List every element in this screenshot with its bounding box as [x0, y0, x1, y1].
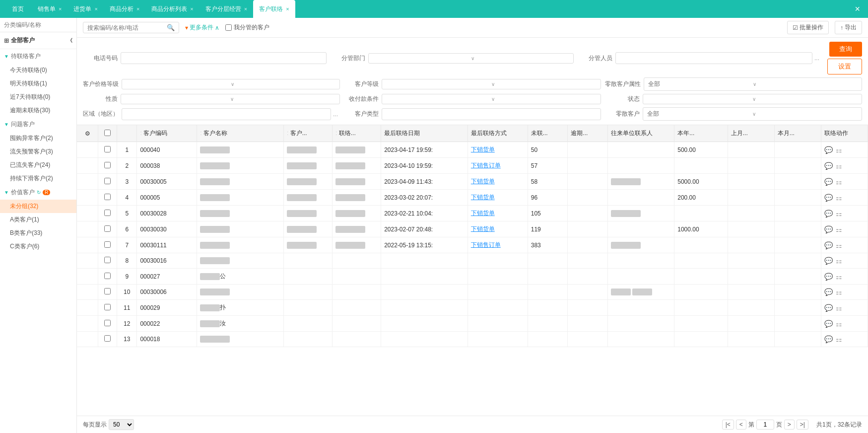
apps-icon[interactable]: ⚏ [836, 210, 842, 217]
refresh-icon[interactable]: ↻ [37, 190, 41, 195]
chat-icon[interactable]: 💬 [824, 304, 833, 312]
tab-product-analysis[interactable]: 商品分析 × [104, 0, 145, 18]
th-type[interactable]: : 客户... [283, 125, 332, 142]
sidebar-group-problem-title[interactable]: ▼ 问题客户 [0, 117, 76, 132]
filter-customer-type-input[interactable] [382, 108, 601, 120]
sidebar-all-customers[interactable]: ⊞ 全部客户 《 [0, 32, 76, 49]
sidebar-item-class-b[interactable]: B类客户(33) [0, 226, 76, 240]
sidebar-item-overdue-pending[interactable]: 逾期未联络(30) [0, 104, 76, 117]
apps-icon[interactable]: ⚏ [836, 335, 842, 343]
first-page-button[interactable]: |< [722, 420, 734, 430]
filter-retail-attr-select[interactable]: 全部 ∨ [644, 77, 862, 91]
apps-icon[interactable]: ⚏ [836, 178, 842, 186]
filter-retail-customer-select[interactable]: 全部 ∨ [643, 107, 862, 121]
filter-nature-select[interactable]: ∨ [121, 94, 340, 104]
row-checkbox[interactable] [104, 320, 111, 326]
apps-icon[interactable]: ⚏ [836, 257, 842, 265]
sidebar-group-value-title[interactable]: ▼ 价值客户 ↻ R [0, 185, 76, 200]
prev-page-button[interactable]: < [736, 420, 746, 430]
th-name[interactable]: : 客户名称 [197, 125, 284, 142]
row-checkbox[interactable] [104, 210, 111, 216]
filter-customer-tier-select[interactable]: ∨ [382, 79, 601, 89]
last-contact-type-link[interactable]: 下销货单 [471, 225, 495, 232]
chat-icon[interactable]: 💬 [824, 273, 833, 281]
apps-icon[interactable]: ⚏ [836, 225, 842, 233]
chat-icon[interactable]: 💬 [824, 288, 833, 296]
row-checkbox[interactable] [104, 162, 111, 168]
chat-icon[interactable]: 💬 [824, 146, 833, 154]
chat-icon[interactable]: 💬 [824, 257, 833, 265]
per-page-select[interactable]: 50 100 [109, 419, 134, 430]
chat-icon[interactable]: 💬 [824, 162, 833, 170]
ellipsis-icon[interactable]: ... [331, 111, 340, 118]
sidebar-item-lost[interactable]: 已流失客户(24) [0, 158, 76, 172]
row-checkbox[interactable] [104, 241, 111, 248]
th-overdue[interactable]: 逾期... [568, 125, 608, 142]
page-input[interactable] [756, 420, 774, 430]
tab-product-analysis-list[interactable]: 商品分析列表 × [145, 0, 199, 18]
filter-manager-input[interactable] [615, 52, 812, 64]
row-checkbox[interactable] [104, 194, 111, 200]
apps-icon[interactable]: ⚏ [836, 241, 842, 249]
my-customers-checkbox[interactable] [225, 24, 232, 31]
tab-customer-contact-close[interactable]: × [286, 6, 289, 12]
row-checkbox[interactable] [104, 146, 111, 152]
row-checkbox[interactable] [104, 257, 111, 263]
next-page-button[interactable]: > [784, 420, 795, 430]
apps-icon[interactable]: ⚏ [836, 146, 842, 154]
chat-icon[interactable]: 💬 [824, 241, 833, 249]
sidebar-item-7day-pending[interactable]: 近7天待联络(0) [0, 90, 76, 104]
last-contact-type-link[interactable]: 下销货单 [471, 178, 495, 185]
sidebar-item-declining[interactable]: 持续下滑客户(2) [0, 172, 76, 185]
apps-icon[interactable]: ⚏ [836, 194, 842, 202]
th-last-contact-date[interactable]: 最后联络日期 [381, 125, 468, 142]
tab-customer-tier[interactable]: 客户分层经营 × [200, 0, 253, 18]
last-contact-type-link[interactable]: 下销售订单 [471, 241, 501, 248]
sidebar-collapse-icon[interactable]: 《 [67, 37, 72, 44]
chat-icon[interactable]: 💬 [824, 225, 833, 233]
tab-purchase-close[interactable]: × [94, 6, 97, 12]
tab-customer-tier-close[interactable]: × [244, 6, 247, 12]
filter-search-input[interactable] [87, 24, 167, 31]
th-settings[interactable]: ⚙ [77, 125, 98, 142]
th-last-contact-type[interactable]: 最后联络方式 [467, 125, 528, 142]
sidebar-group-pending-title[interactable]: ▼ 待联络客户 [0, 49, 76, 64]
filter-payment-select[interactable]: ∨ [382, 94, 601, 104]
chat-icon[interactable]: 💬 [824, 335, 833, 343]
export-button[interactable]: ↑ 导出 [835, 21, 862, 34]
tab-home[interactable]: 首页 [4, 0, 32, 18]
sidebar-item-tomorrow-pending[interactable]: 明天待联络(1) [0, 77, 76, 90]
apps-icon[interactable]: ⚏ [836, 273, 842, 281]
last-contact-type-link[interactable]: 下销货单 [471, 210, 495, 216]
tab-customer-contact[interactable]: 客户联络 × [253, 0, 295, 18]
filter-region-input[interactable] [122, 108, 331, 120]
chat-icon[interactable]: 💬 [824, 210, 833, 217]
tab-sales[interactable]: 销售单 × [32, 0, 67, 18]
sidebar-item-today-pending[interactable]: 今天待联络(0) [0, 64, 76, 77]
row-checkbox[interactable] [104, 225, 111, 232]
th-this-year[interactable]: 本年... [674, 125, 728, 142]
filter-dept-select[interactable]: ∨ [368, 53, 574, 64]
row-checkbox[interactable] [104, 288, 111, 294]
sidebar-item-abnormal[interactable]: 囤购异常客户(2) [0, 132, 76, 145]
sidebar-item-class-a[interactable]: A类客户(1) [0, 213, 76, 226]
filter-status-select[interactable]: ∨ [643, 94, 862, 104]
apps-icon[interactable]: ⚏ [836, 320, 842, 328]
th-last-month[interactable]: 上月... [728, 125, 774, 142]
th-contact[interactable]: : 联络... [333, 125, 381, 142]
th-this-month[interactable]: 本月... [774, 125, 821, 142]
tab-purchase[interactable]: 进货单 × [67, 0, 103, 18]
th-no-contact[interactable]: 未联... [528, 125, 568, 142]
row-checkbox[interactable] [104, 273, 111, 279]
sidebar-item-warning[interactable]: 流失预警客户(3) [0, 145, 76, 158]
ellipsis-icon[interactable]: ... [812, 55, 821, 62]
sidebar-search-input[interactable] [4, 21, 77, 28]
settings-icon[interactable]: ⚙ [85, 130, 90, 137]
chat-icon[interactable]: 💬 [824, 320, 833, 328]
tab-sales-close[interactable]: × [59, 6, 62, 12]
tab-product-analysis-list-close[interactable]: × [190, 6, 193, 12]
filter-phone-input[interactable] [121, 52, 327, 64]
row-checkbox[interactable] [104, 335, 111, 342]
filter-price-tier-select[interactable]: ∨ [122, 79, 340, 89]
chat-icon[interactable]: 💬 [824, 178, 833, 186]
